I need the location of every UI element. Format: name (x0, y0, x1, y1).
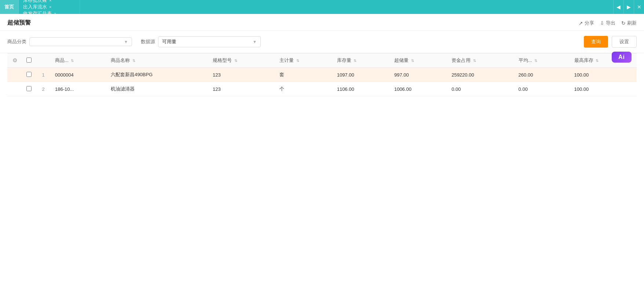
col-header-code[interactable]: 商品... ⇅ (51, 53, 106, 68)
sort-stock-icon: ⇅ (354, 59, 356, 63)
row-max-stock: 100.00 (570, 82, 637, 96)
row-checkbox-cell[interactable] (22, 82, 36, 96)
col-header-name[interactable]: 商品名称 ⇅ (106, 53, 208, 68)
datasource-chevron-icon: ▼ (253, 40, 257, 44)
filter-actions: 查询 设置 (584, 36, 637, 48)
row-code: 0000004 (51, 68, 106, 82)
sort-over-icon: ⇅ (411, 59, 414, 63)
col-header-spec[interactable]: 规格型号 ⇅ (208, 53, 275, 68)
row-stock: 1106.00 (333, 82, 390, 96)
col-spec-label: 规格型号 (213, 58, 232, 63)
tab-label: 收发存汇总表 (23, 10, 52, 14)
ai-button[interactable]: Ai (612, 52, 632, 63)
home-tab[interactable]: 首页 (0, 0, 19, 14)
refresh-icon: ↻ (621, 20, 626, 26)
row-index: 1 (36, 68, 51, 82)
row-gear-cell (7, 82, 22, 96)
table-header-row: ⚙ 商品... ⇅ 商品名称 ⇅ 规格型号 (7, 53, 637, 68)
tab-close-icon[interactable]: × (49, 0, 51, 3)
data-table: ⚙ 商品... ⇅ 商品名称 ⇅ 规格型号 (7, 53, 637, 96)
nav-close-button[interactable]: ✕ (634, 0, 644, 14)
tab-tab-5[interactable]: 库存批次账× (19, 0, 80, 4)
refresh-label: 刷新 (627, 20, 637, 26)
page-title: 超储预警 (7, 19, 31, 27)
gear-icon[interactable]: ⚙ (12, 57, 17, 63)
col-header-capital[interactable]: 资金占用 ⇅ (447, 53, 514, 68)
table-body: 1 0000004 六配套新昌490BPG 123 套 1097.00 997.… (7, 68, 637, 96)
sort-code-icon: ⇅ (71, 59, 74, 63)
nav-buttons: ◀ ▶ ✕ (613, 0, 644, 14)
row-stock: 1097.00 (333, 68, 390, 82)
share-label: 分享 (585, 20, 594, 26)
row-unit: 个 (275, 82, 332, 96)
col-avg-label: 平均... (519, 58, 532, 63)
tab-label: 出入库流水 (23, 4, 47, 10)
col-over-label: 超储量 (394, 58, 409, 63)
row-capital: 259220.00 (447, 68, 514, 82)
tab-tab-6[interactable]: 出入库流水× (19, 4, 80, 10)
row-code: 186-10... (51, 82, 106, 96)
select-all-checkbox[interactable] (26, 58, 32, 63)
col-header-checkbox[interactable] (22, 53, 36, 68)
header-actions: ➚ 分享 ⇩ 导出 ↻ 刷新 (579, 20, 637, 26)
col-header-gear[interactable]: ⚙ (7, 53, 22, 68)
col-stock-label: 库存量 (337, 58, 351, 63)
row-over: 1006.00 (390, 82, 447, 96)
share-icon: ➚ (579, 20, 583, 26)
col-header-stock[interactable]: 库存量 ⇅ (333, 53, 390, 68)
tab-label: 库存批次账 (23, 0, 47, 4)
tab-close-icon[interactable]: × (49, 5, 51, 9)
table-row: 1 0000004 六配套新昌490BPG 123 套 1097.00 997.… (7, 68, 637, 82)
sort-unit-icon: ⇅ (296, 59, 299, 63)
col-header-avg[interactable]: 平均... ⇅ (514, 53, 570, 68)
sort-avg-icon: ⇅ (534, 59, 537, 63)
topbar: 首页 拣货任务管理×拣货异常处理×现存量（库存状况表）×现存量（库存分布表）×库… (0, 0, 644, 14)
row-spec: 123 (208, 82, 275, 96)
col-capital-label: 资金占用 (451, 58, 471, 63)
sort-spec-icon: ⇅ (234, 59, 237, 63)
row-name: 六配套新昌490BPG (106, 68, 208, 82)
table-container: ⚙ 商品... ⇅ 商品名称 ⇅ 规格型号 (0, 53, 644, 96)
category-label: 商品分类 (7, 38, 26, 45)
sort-name-icon: ⇅ (132, 59, 135, 63)
table-row: 2 186-10... 机油滤清器 123 个 1106.00 1006.00 … (7, 82, 637, 96)
nav-next-button[interactable]: ▶ (623, 0, 634, 14)
col-header-index (36, 53, 51, 68)
tab-tab-7[interactable]: 收发存汇总表× (19, 10, 80, 14)
refresh-button[interactable]: ↻ 刷新 (621, 20, 637, 26)
query-button[interactable]: 查询 (584, 36, 608, 48)
category-chevron-icon: ▼ (124, 40, 128, 44)
col-code-label: 商品... (55, 58, 69, 63)
category-filter-group: 商品分类 ▼ (7, 37, 132, 46)
col-header-unit[interactable]: 主计量 ⇅ (275, 53, 332, 68)
page-header: 超储预警 ➚ 分享 ⇩ 导出 ↻ 刷新 (0, 14, 644, 31)
row-spec: 123 (208, 68, 275, 82)
sort-max-icon: ⇅ (596, 59, 599, 63)
row-gear-cell (7, 68, 22, 82)
row-unit: 套 (275, 68, 332, 82)
row-checkbox[interactable] (26, 72, 32, 77)
filter-area: 商品分类 ▼ 数据源 可用量 ▼ 查询 设置 (0, 31, 644, 53)
nav-prev-button[interactable]: ◀ (613, 0, 623, 14)
export-icon: ⇩ (600, 20, 604, 26)
col-header-over[interactable]: 超储量 ⇅ (390, 53, 447, 68)
datasource-label: 数据源 (141, 38, 155, 45)
row-over: 997.00 (390, 68, 447, 82)
export-button[interactable]: ⇩ 导出 (600, 20, 615, 26)
settings-button[interactable]: 设置 (612, 36, 637, 48)
col-name-label: 商品名称 (111, 58, 130, 63)
share-button[interactable]: ➚ 分享 (579, 20, 594, 26)
tab-close-icon[interactable]: × (54, 11, 56, 14)
datasource-select[interactable]: 可用量 ▼ (158, 36, 261, 47)
datasource-filter-group: 数据源 可用量 ▼ (141, 36, 261, 47)
row-checkbox[interactable] (26, 86, 32, 91)
row-avg: 0.00 (514, 82, 570, 96)
export-label: 导出 (606, 20, 615, 26)
category-select[interactable]: ▼ (29, 37, 132, 46)
tabs-container: 拣货任务管理×拣货异常处理×现存量（库存状况表）×现存量（库存分布表）×库存批次… (19, 0, 80, 14)
row-checkbox-cell[interactable] (22, 68, 36, 82)
row-index: 2 (36, 82, 51, 96)
row-name: 机油滤清器 (106, 82, 208, 96)
sort-capital-icon: ⇅ (473, 59, 476, 63)
home-label: 首页 (4, 4, 14, 10)
